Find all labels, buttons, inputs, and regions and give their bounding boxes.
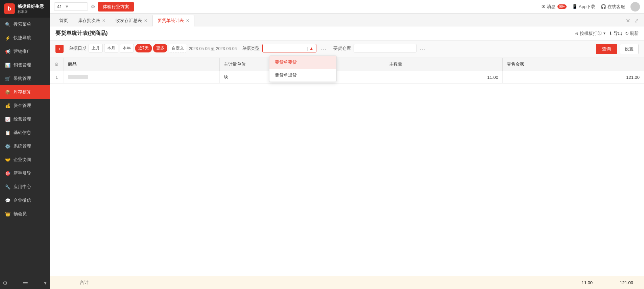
online-service-label: 在线客服	[607, 4, 625, 10]
refresh-action[interactable]: ↻ 刷新	[625, 30, 639, 37]
sidebar-item-marketing[interactable]: 📢 营销推广	[0, 45, 50, 58]
sidebar-settings-btn[interactable]: ⚙	[3, 280, 7, 286]
type-select-value	[265, 46, 306, 51]
print-action[interactable]: 🖨 按模板打印 ▼	[574, 30, 606, 37]
sidebar-item-label: 快捷导航	[14, 35, 31, 41]
sidebar-item-appcenter[interactable]: 🔧 应用中心	[0, 180, 50, 194]
sidebar-item-member[interactable]: 👑 畅会员	[0, 207, 50, 221]
warehouse-filter-group: 要货仓库 …	[333, 44, 425, 52]
sidebar-item-system[interactable]: ⚙️ 系统管理	[0, 139, 50, 153]
sidebar-item-finance[interactable]: 💰 资金管理	[0, 99, 50, 112]
tab-home-label: 首页	[59, 18, 68, 24]
type-filter-select[interactable]: | ▲	[262, 44, 316, 52]
settings-gear-icon[interactable]: ⚙	[91, 3, 95, 10]
table-row: 1 块 11.00 121.00	[50, 71, 644, 84]
tab-label: 要货单统计表	[158, 18, 184, 24]
print-arrow-icon: ▼	[603, 31, 606, 35]
type-dropdown: 要货单要货 要货单退货	[269, 55, 337, 82]
footer-quantity: 11.00	[559, 280, 599, 285]
filter-bar: › 单据日期 上月 本月 本年 近7天 更多 自定义 2023-05-06 至 …	[50, 41, 644, 58]
date-range: 2023-05-06 至 2023-06-06	[189, 46, 237, 52]
tab-close-icon[interactable]: ✕	[102, 18, 105, 23]
date-btn-recent7[interactable]: 近7天	[135, 44, 152, 52]
date-btn-custom[interactable]: 自定义	[169, 44, 187, 52]
sidebar-item-label: 系统管理	[14, 143, 31, 149]
message-badge: 99+	[557, 4, 567, 9]
sales-icon: 📊	[5, 62, 11, 68]
sidebar-scroll-down-btn[interactable]: ▼	[43, 281, 47, 286]
dropdown-item-return[interactable]: 要货单退货	[269, 69, 336, 82]
sidebar-item-label: 企业协同	[14, 157, 31, 163]
avatar[interactable]	[630, 2, 640, 12]
date-btn-this-year[interactable]: 本年	[120, 44, 134, 52]
message-icon: ✉	[542, 4, 545, 9]
footer-label: 合计	[68, 280, 89, 286]
export-action[interactable]: ⬇ 导出	[609, 30, 622, 37]
finance-icon: 💰	[5, 103, 11, 109]
sidebar-item-guide[interactable]: 🎯 新手引导	[0, 166, 50, 180]
brand-tag: 标准版	[18, 9, 44, 14]
type-filter-group: 单据类型 | ▲ … 要货单要货 要货单退货	[242, 44, 328, 52]
sidebar-nav: 🔍 搜索菜单 ⚡ 快捷导航 📢 营销推广 📊 销售管理 🛒 采购管理 📦 库存核…	[0, 18, 50, 277]
inventory-icon: 📦	[5, 89, 11, 95]
sidebar-item-collab[interactable]: 🤝 企业协同	[0, 153, 50, 166]
warehouse-filter-label: 要货仓库	[333, 45, 351, 51]
brand-name: 畅捷通好生意	[18, 4, 44, 9]
refresh-icon: ↻	[625, 31, 629, 36]
sidebar-collapse-btn[interactable]	[23, 282, 28, 284]
sidebar-item-inventory[interactable]: 📦 库存核算	[0, 85, 50, 99]
dropdown-item-label: 要货单要货	[275, 60, 297, 65]
tab-expand-btn[interactable]: ⤢	[633, 17, 640, 25]
dropdown-item-order[interactable]: 要货单要货	[269, 56, 336, 69]
tab-close-icon[interactable]: ✕	[144, 18, 147, 23]
sidebar-item-label: 基础信息	[14, 130, 31, 136]
tab-close-all-btn[interactable]: ✕	[624, 17, 631, 25]
query-btn[interactable]: 查询	[596, 44, 617, 54]
date-btn-more[interactable]: 更多	[153, 44, 167, 52]
filter-expand-btn[interactable]: ›	[55, 45, 64, 53]
sidebar: b 畅捷通好生意 标准版 🔍 搜索菜单 ⚡ 快捷导航 📢 营销推广 📊 销售管理…	[0, 0, 50, 289]
tab-summary[interactable]: 收发存汇总表 ✕	[111, 15, 152, 26]
filter-more-btn[interactable]: …	[319, 45, 328, 52]
sidebar-item-purchase[interactable]: 🛒 采购管理	[0, 72, 50, 85]
sidebar-item-weixin[interactable]: 💬 企业微信	[0, 194, 50, 207]
warehouse-input[interactable]	[354, 44, 416, 52]
date-filter-group: 单据日期 上月 本月 本年 近7天 更多 自定义 2023-05-06 至 20…	[69, 44, 237, 52]
sidebar-item-sales[interactable]: 📊 销售管理	[0, 58, 50, 72]
message-action[interactable]: ✉ 消息 99+	[542, 4, 567, 10]
tab-home[interactable]: 首页	[54, 15, 73, 26]
set-btn[interactable]: 设置	[620, 44, 639, 54]
app-download-action[interactable]: 📱 App下载	[572, 4, 595, 10]
system-icon: ⚙️	[5, 143, 11, 149]
guide-icon: 🎯	[5, 170, 11, 176]
sidebar-item-search[interactable]: 🔍 搜索菜单	[0, 18, 50, 31]
type-filter-label: 单据类型	[242, 45, 260, 51]
sidebar-logo: b 畅捷通好生意 标准版	[0, 0, 50, 18]
org-selector[interactable]: 41 ▼	[54, 2, 88, 11]
sidebar-item-label: 企业微信	[14, 197, 31, 203]
org-name: 41	[57, 4, 62, 9]
search-icon: 🔍	[5, 21, 11, 27]
date-filter-label: 单据日期	[69, 45, 87, 51]
main-area: 41 ▼ ⚙ 体验行业方案 ✉ 消息 99+ 📱 App下载 🎧 在线客服	[50, 0, 644, 289]
phone-icon: 📱	[572, 4, 577, 9]
column-settings-icon[interactable]: ⚙	[54, 62, 59, 67]
tab-order-stats[interactable]: 要货单统计表 ✕	[152, 15, 194, 26]
sidebar-item-label: 畅会员	[14, 211, 27, 217]
col-header-product: 商品	[64, 58, 220, 71]
sidebar-item-quicknav[interactable]: ⚡ 快捷导航	[0, 31, 50, 45]
tab-close-icon[interactable]: ✕	[186, 18, 189, 23]
warehouse-more-icon[interactable]: …	[419, 45, 425, 52]
sidebar-item-basic[interactable]: 📋 基础信息	[0, 126, 50, 139]
footer-amount: 121.00	[599, 280, 640, 285]
date-btn-this-month[interactable]: 本月	[104, 44, 118, 52]
industry-btn[interactable]: 体验行业方案	[98, 2, 134, 12]
online-service-action[interactable]: 🎧 在线客服	[601, 4, 625, 10]
row-product	[64, 71, 220, 84]
date-btn-last-month[interactable]: 上月	[89, 44, 103, 52]
tab-label: 库存批次账	[78, 18, 100, 24]
sidebar-item-label: 库存核算	[14, 89, 31, 95]
sidebar-item-label: 经营管理	[14, 116, 31, 122]
tab-inventory-batch[interactable]: 库存批次账 ✕	[73, 15, 111, 26]
sidebar-item-operations[interactable]: 📈 经营管理	[0, 112, 50, 126]
